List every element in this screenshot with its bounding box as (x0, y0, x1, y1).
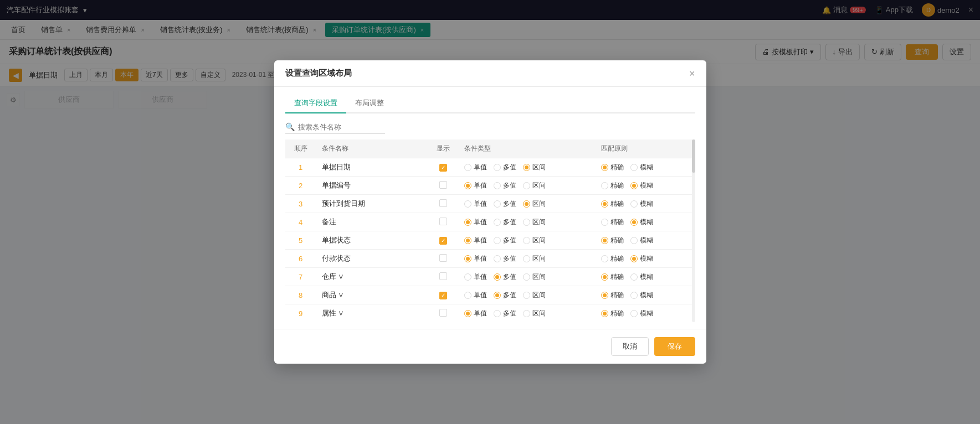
modal-title: 设置查询区域布局 (285, 68, 352, 79)
modal-body: 查询字段设置 布局调整 🔍 顺序 条件名称 显示 (274, 87, 706, 111)
modal-dialog: 设置查询区域布局 × 查询字段设置 布局调整 🔍 (274, 60, 706, 111)
modal-tab-layout[interactable]: 布局调整 (346, 94, 393, 111)
modal-overlay: 设置查询区域布局 × 查询字段设置 布局调整 🔍 (0, 0, 980, 111)
modal-header: 设置查询区域布局 × (274, 60, 706, 87)
modal-close-button[interactable]: × (689, 69, 695, 79)
modal-tab-query-fields[interactable]: 查询字段设置 (285, 94, 346, 111)
modal-tabs: 查询字段设置 布局调整 (285, 94, 695, 111)
